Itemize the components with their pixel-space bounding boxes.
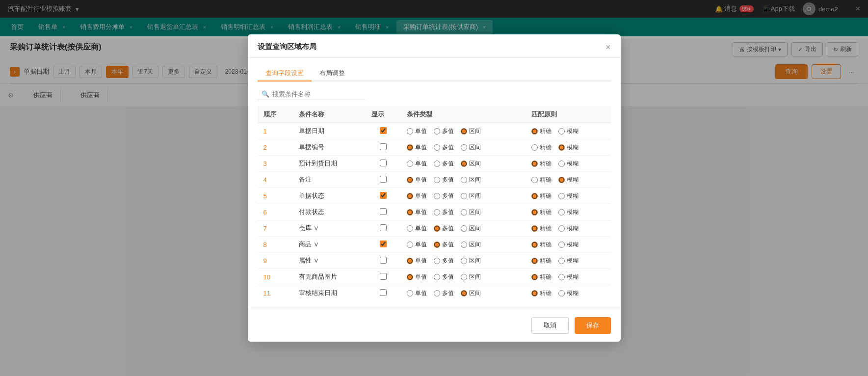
table-row: 3预计到货日期单值多值区间精确模糊 — [258, 156, 611, 172]
match-radio-模糊[interactable]: 模糊 — [558, 143, 579, 152]
type-radio-区间[interactable]: 区间 — [461, 273, 481, 281]
modal-table: 顺序 条件名称 显示 条件类型 匹配原则 1单据日期单值多值区间精确模糊2单据编… — [258, 106, 611, 280]
type-radio-单值[interactable]: 单值 — [407, 257, 427, 265]
row-name: 有无商品图片 — [293, 269, 366, 281]
display-checkbox[interactable] — [380, 127, 387, 134]
display-checkbox[interactable] — [380, 176, 387, 183]
type-radio-多值[interactable]: 多值 — [434, 241, 454, 249]
display-checkbox[interactable] — [380, 143, 387, 150]
match-radio-精确[interactable]: 精确 — [531, 192, 552, 200]
match-radio-模糊[interactable]: 模糊 — [558, 176, 579, 184]
match-radio-精确[interactable]: 精确 — [531, 160, 552, 168]
match-radio-模糊[interactable]: 模糊 — [558, 224, 579, 233]
tab-layout[interactable]: 布局调整 — [312, 66, 353, 81]
type-radio-区间[interactable]: 区间 — [461, 208, 481, 216]
row-display-cell — [366, 220, 401, 237]
row-match-cell: 精确模糊 — [526, 237, 611, 253]
display-checkbox[interactable] — [380, 192, 387, 199]
table-row: 9属性 ∨单值多值区间精确模糊 — [258, 253, 611, 269]
row-display-cell — [366, 172, 401, 188]
row-type-cell: 单值多值区间 — [401, 156, 526, 172]
match-radio-精确[interactable]: 精确 — [531, 176, 552, 184]
type-radio-单值[interactable]: 单值 — [407, 160, 427, 168]
match-radio-精确[interactable]: 精确 — [531, 208, 552, 216]
type-radio-单值[interactable]: 单值 — [407, 192, 427, 200]
match-radio-精确[interactable]: 精确 — [531, 241, 552, 249]
match-radio-模糊[interactable]: 模糊 — [558, 273, 579, 281]
type-radio-多值[interactable]: 多值 — [434, 224, 454, 233]
type-radio-区间[interactable]: 区间 — [461, 241, 481, 249]
display-checkbox[interactable] — [380, 273, 387, 280]
th-type: 条件类型 — [401, 106, 526, 123]
type-radio-单值[interactable]: 单值 — [407, 176, 427, 184]
match-radio-精确[interactable]: 精确 — [531, 127, 552, 135]
row-display-cell — [366, 188, 401, 204]
display-checkbox[interactable] — [380, 224, 387, 231]
row-type-cell: 单值多值区间 — [401, 172, 526, 188]
type-radio-多值[interactable]: 多值 — [434, 257, 454, 265]
settings-modal: 设置查询区域布局 × 查询字段设置 布局调整 🔍 顺序 — [248, 34, 621, 280]
row-order: 7 — [258, 220, 293, 237]
search-icon: 🔍 — [262, 90, 269, 98]
table-row: 5单据状态单值多值区间精确模糊 — [258, 188, 611, 204]
type-radio-区间[interactable]: 区间 — [461, 192, 481, 200]
type-radio-区间[interactable]: 区间 — [461, 160, 481, 168]
match-radio-精确[interactable]: 精确 — [531, 273, 552, 281]
type-radio-区间[interactable]: 区间 — [461, 176, 481, 184]
type-radio-多值[interactable]: 多值 — [434, 127, 454, 135]
row-order: 5 — [258, 188, 293, 204]
match-radio-模糊[interactable]: 模糊 — [558, 257, 579, 265]
type-radio-区间[interactable]: 区间 — [461, 127, 481, 135]
match-radio-精确[interactable]: 精确 — [531, 224, 552, 233]
row-match-cell: 精确模糊 — [526, 253, 611, 269]
match-radio-精确[interactable]: 精确 — [531, 143, 552, 152]
row-type-cell: 单值多值区间 — [401, 253, 526, 269]
type-radio-多值[interactable]: 多值 — [434, 160, 454, 168]
table-row: 7仓库 ∨单值多值区间精确模糊 — [258, 220, 611, 237]
match-radio-模糊[interactable]: 模糊 — [558, 192, 579, 200]
modal-body: 查询字段设置 布局调整 🔍 顺序 条件名称 显示 条件类型 — [248, 58, 621, 280]
type-radio-多值[interactable]: 多值 — [434, 192, 454, 200]
type-radio-单值[interactable]: 单值 — [407, 127, 427, 135]
type-radio-单值[interactable]: 单值 — [407, 273, 427, 281]
row-type-cell: 单值多值区间 — [401, 204, 526, 220]
row-name: 备注 — [293, 172, 366, 188]
type-radio-区间[interactable]: 区间 — [461, 143, 481, 152]
match-radio-模糊[interactable]: 模糊 — [558, 208, 579, 216]
row-name: 单据日期 — [293, 123, 366, 139]
row-order: 2 — [258, 139, 293, 156]
table-row: 8商品 ∨单值多值区间精确模糊 — [258, 237, 611, 253]
modal-header: 设置查询区域布局 × — [248, 34, 621, 58]
table-row: 1单据日期单值多值区间精确模糊 — [258, 123, 611, 139]
display-checkbox[interactable] — [380, 160, 387, 166]
display-checkbox[interactable] — [380, 241, 387, 247]
row-display-cell — [366, 253, 401, 269]
tab-query-fields[interactable]: 查询字段设置 — [258, 66, 312, 81]
row-type-cell: 单值多值区间 — [401, 139, 526, 156]
row-order: 4 — [258, 172, 293, 188]
display-checkbox[interactable] — [380, 257, 387, 264]
match-radio-模糊[interactable]: 模糊 — [558, 127, 579, 135]
type-radio-多值[interactable]: 多值 — [434, 208, 454, 216]
search-input[interactable] — [272, 90, 361, 98]
row-order: 6 — [258, 204, 293, 220]
type-radio-区间[interactable]: 区间 — [461, 224, 481, 233]
match-radio-精确[interactable]: 精确 — [531, 257, 552, 265]
type-radio-多值[interactable]: 多值 — [434, 273, 454, 281]
type-radio-单值[interactable]: 单值 — [407, 208, 427, 216]
row-match-cell: 精确模糊 — [526, 220, 611, 237]
type-radio-区间[interactable]: 区间 — [461, 257, 481, 265]
type-radio-单值[interactable]: 单值 — [407, 143, 427, 152]
row-type-cell: 单值多值区间 — [401, 237, 526, 253]
row-type-cell: 单值多值区间 — [401, 123, 526, 139]
modal-close-button[interactable]: × — [605, 43, 611, 52]
display-checkbox[interactable] — [380, 208, 387, 215]
match-radio-模糊[interactable]: 模糊 — [558, 241, 579, 249]
type-radio-单值[interactable]: 单值 — [407, 241, 427, 249]
match-radio-模糊[interactable]: 模糊 — [558, 160, 579, 168]
type-radio-单值[interactable]: 单值 — [407, 224, 427, 233]
type-radio-多值[interactable]: 多值 — [434, 176, 454, 184]
row-order: 8 — [258, 237, 293, 253]
row-match-cell: 精确模糊 — [526, 139, 611, 156]
type-radio-多值[interactable]: 多值 — [434, 143, 454, 152]
